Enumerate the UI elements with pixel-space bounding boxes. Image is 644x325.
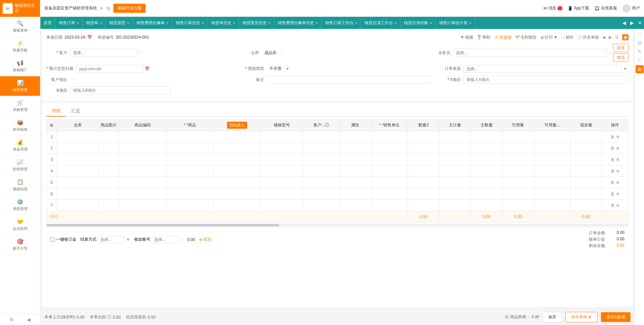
close-icon[interactable]: ✕ xyxy=(100,21,102,25)
draft-button[interactable]: 保存草稿 ▼ xyxy=(565,312,598,322)
nav-prev-icon[interactable]: ◀ xyxy=(602,35,605,40)
user-menu[interactable]: 用户 xyxy=(622,4,640,12)
dropdown-icon[interactable]: ▼ xyxy=(284,67,291,71)
delete-icon[interactable]: 🗑 xyxy=(611,180,615,185)
sidebar-item-sales[interactable]: 📊 销售管理 xyxy=(0,76,40,96)
copy-icon[interactable]: ⊕ xyxy=(616,157,619,162)
save-button[interactable]: 保存&新增 xyxy=(601,312,631,322)
tab-sales-order[interactable]: 销售订单 ✕ xyxy=(55,17,83,29)
help-action[interactable]: ❓ 帮助 xyxy=(477,35,490,40)
copy-icon[interactable]: ⊕ xyxy=(616,169,619,173)
copy-icon[interactable]: ⊕ xyxy=(616,192,619,196)
delete-icon[interactable]: 🗑 xyxy=(611,203,615,208)
close-icon[interactable]: ✕ xyxy=(469,21,471,25)
sidebar-item-search[interactable]: 🔍 搜索菜单 xyxy=(0,17,40,37)
sidebar-item-marketing[interactable]: 📢 营销推广 xyxy=(0,56,40,76)
print-action[interactable]: 🖨 打印 ▼ xyxy=(540,35,558,40)
address-dots-icon[interactable]: ··· xyxy=(70,77,76,82)
app-download-button[interactable]: 📱 App下载 xyxy=(568,5,589,11)
panel-icon-5[interactable]: ⊞ xyxy=(636,65,644,73)
panel-icon-2[interactable]: ⊡ xyxy=(636,39,644,47)
warehouse-dots-icon[interactable]: ··· xyxy=(279,50,285,55)
delete-icon[interactable]: 🗑 xyxy=(611,146,615,151)
order-source-input[interactable] xyxy=(463,65,622,73)
delete-icon[interactable]: 🗑 xyxy=(611,169,615,173)
sidebar-item-quicknav[interactable]: ⚡ 快捷导航 xyxy=(0,37,40,56)
logistics-button[interactable]: 物流 xyxy=(613,53,629,62)
delete-icon[interactable]: 🗑 xyxy=(611,157,615,162)
settings-icon[interactable]: ⚙ xyxy=(106,6,111,11)
salesperson-dots-icon[interactable]: ··· xyxy=(607,50,613,55)
salesperson-input[interactable] xyxy=(453,49,607,57)
online-service-button[interactable]: 🎧 在线客服 xyxy=(595,5,617,11)
tab-order-workbench[interactable]: 销售订单工作台 ✕ xyxy=(322,17,361,29)
panel-icon-1[interactable]: ⬚ xyxy=(636,30,644,38)
copy-icon[interactable]: ⊕ xyxy=(616,134,619,139)
one-click-check[interactable] xyxy=(50,237,55,242)
shortcut-action[interactable]: ⚡ 快捷键 xyxy=(494,35,512,40)
delete-icon[interactable]: 🗑 xyxy=(611,134,615,139)
close-icon[interactable]: ✕ xyxy=(127,21,129,25)
close-icon[interactable]: ✕ xyxy=(429,21,432,25)
operation-action[interactable]: ⋯ 操作 xyxy=(561,35,574,40)
calendar-icon[interactable]: 📅 xyxy=(143,67,151,71)
sidebar-item-finance[interactable]: 💰 资金管理 xyxy=(0,136,40,156)
list-view-icon[interactable]: ☰ xyxy=(615,35,619,40)
sidebar-item-enterprise[interactable]: 🤝 企业协同 xyxy=(0,215,40,235)
sidebar-item-guide[interactable]: 🎯 新手引导 xyxy=(0,235,40,255)
tab-return-history[interactable]: 销货退货历史 ✕ xyxy=(239,17,274,29)
tab-sales-invoice[interactable]: 销货单 ✕ xyxy=(83,17,106,29)
delivery-input[interactable] xyxy=(76,65,143,73)
sidebar-item-purchase[interactable]: 🛒 采购管理 xyxy=(0,96,40,116)
settings-button[interactable]: 设置 xyxy=(613,44,629,52)
close-icon[interactable]: ✕ xyxy=(201,21,204,25)
remark-input[interactable] xyxy=(267,76,432,84)
close-icon[interactable]: ✕ xyxy=(315,21,318,25)
close-icon[interactable]: ✕ xyxy=(166,21,169,25)
tab-sales-order-history[interactable]: 销售订单历史 ✕ xyxy=(173,17,208,29)
tab-prev-icon[interactable]: ◀ xyxy=(620,20,628,26)
customer-dots-icon[interactable]: ··· xyxy=(137,50,143,55)
tab-home[interactable]: 首页 xyxy=(40,17,55,29)
panel-icon-4[interactable]: ☆ xyxy=(636,56,644,65)
panel-icon-3[interactable]: ✎ xyxy=(636,48,644,56)
close-icon[interactable]: ✕ xyxy=(76,21,79,25)
horizontal-scrollbar[interactable] xyxy=(46,224,629,227)
view-action[interactable]: 👁 视频 xyxy=(460,35,473,40)
sidebar-item-system[interactable]: ⚙️ 系统管理 xyxy=(0,195,40,215)
discard-button[interactable]: 放弃 xyxy=(542,312,562,322)
account-dots-icon[interactable]: ··· xyxy=(180,237,183,242)
delete-icon[interactable]: 🗑 xyxy=(611,192,615,196)
tab-more-icon[interactable]: ✕ xyxy=(636,20,644,26)
scan-button[interactable]: 扫码录入 xyxy=(227,122,247,129)
copy-icon[interactable]: ⊕ xyxy=(616,146,619,151)
tab-daily-clear-workbench[interactable]: 钱货日清工作台 ✕ xyxy=(361,17,401,29)
tab-sales-stats[interactable]: 销售订单统计表 ✕ xyxy=(436,17,475,29)
tab-invoice-history[interactable]: 销货单历史 ✕ xyxy=(208,17,239,29)
tab-next-icon[interactable]: ▶ xyxy=(628,20,636,26)
a-project-input[interactable] xyxy=(463,76,629,84)
copy-icon[interactable]: ⊕ xyxy=(616,180,619,185)
history-action[interactable]: 📄 历史单据 xyxy=(577,35,599,40)
copy-icon[interactable]: ⊕ xyxy=(616,203,619,208)
sidebar-item-inventory[interactable]: 📦 库存核算 xyxy=(0,116,40,136)
one-click-checkbox[interactable]: 一键收订金 xyxy=(50,237,76,242)
sidebar-settings-icon[interactable]: ⚙ xyxy=(9,317,14,322)
payment-dropdown-icon[interactable]: ▼ xyxy=(126,237,130,242)
tab-sales-return[interactable]: 销货退货 ✕ xyxy=(106,17,133,29)
nav-next-icon[interactable]: ▶ xyxy=(609,35,612,40)
close-icon[interactable]: ✕ xyxy=(268,21,271,25)
customer-input[interactable] xyxy=(70,49,137,57)
b-project-input[interactable] xyxy=(70,86,171,94)
account-input[interactable] xyxy=(152,236,179,243)
message-button[interactable]: ✉ 消息 9 xyxy=(543,5,562,11)
solution-button[interactable]: 体验行业方案 xyxy=(113,4,146,13)
payment-input[interactable] xyxy=(98,236,125,243)
tab-sales-fee-split[interactable]: 销售费用分摊单 ✕ xyxy=(133,17,173,29)
close-icon[interactable]: ✕ xyxy=(355,21,357,25)
tab-detail[interactable]: 明细 xyxy=(46,106,66,117)
dropdown-icon[interactable]: ▼ xyxy=(622,67,629,71)
grid-view-icon[interactable]: ▦ xyxy=(622,34,629,40)
close-icon[interactable]: ✕ xyxy=(233,21,235,25)
tab-daily-reconcile[interactable]: 钱货日清对账 ✕ xyxy=(401,17,436,29)
